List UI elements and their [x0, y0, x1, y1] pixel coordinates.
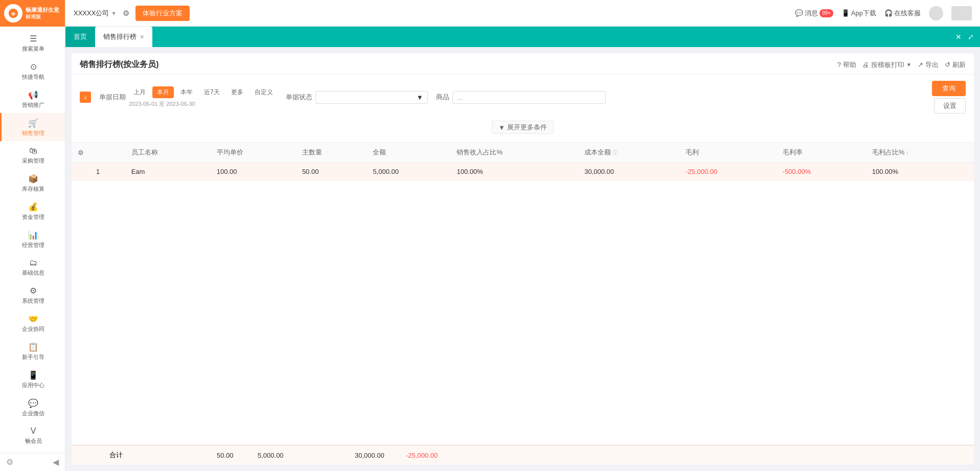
sidebar-icon-member: V: [31, 427, 36, 436]
logo-icon: [4, 4, 22, 23]
sidebar-settings-icon[interactable]: ⚙: [6, 457, 13, 467]
date-tab-more[interactable]: 更多: [226, 86, 248, 98]
filter-actions: 查询 设置: [932, 81, 966, 114]
app-logo: 畅康通好生意 标准版: [0, 0, 65, 27]
trial-button[interactable]: 体验行业方案: [135, 6, 190, 21]
expand-row: ▼ 展开更多条件: [80, 119, 966, 136]
sidebar-item-shortcut[interactable]: ⊙ 快捷导航: [0, 57, 65, 85]
sidebar-icon-purchase: 🛍: [29, 146, 37, 155]
th-qty: 主数量: [296, 143, 367, 163]
sidebar-item-basic[interactable]: 🗂 基础信息: [0, 253, 65, 281]
goods-label: 商品: [436, 93, 449, 102]
sidebar-item-operations[interactable]: 📊 经营管理: [0, 225, 65, 253]
message-icon: 💬: [795, 9, 803, 17]
sidebar-label-member: 畅会员: [25, 437, 42, 445]
sidebar-item-guide[interactable]: 📋 新手引导: [0, 337, 65, 365]
sidebar-footer: ⚙ ◀: [0, 453, 65, 471]
status-label: 单据状态: [286, 93, 312, 102]
row-cost: 30,000.00: [578, 163, 679, 181]
row-gross-rate: -500.00%: [777, 163, 866, 181]
cost-info-icon[interactable]: ⓘ: [612, 149, 618, 156]
sidebar-label-appstore: 应用中心: [22, 382, 44, 389]
date-tab-custom[interactable]: 自定义: [250, 86, 278, 98]
th-gross: 毛利: [679, 143, 776, 163]
sidebar-item-member[interactable]: V 畅会员: [0, 421, 65, 449]
sidebar-icon-operations: 📊: [28, 230, 38, 240]
sidebar-item-marketing[interactable]: 📢 营销推广: [0, 85, 65, 113]
sidebar-item-appstore[interactable]: 📱 应用中心: [0, 365, 65, 393]
page-title: 销售排行榜(按业务员): [80, 59, 159, 70]
settings-button[interactable]: 设置: [934, 98, 966, 114]
tab-close-all-icon[interactable]: ✕: [955, 33, 962, 41]
message-button[interactable]: 💬 消息 99+: [795, 9, 833, 18]
status-select[interactable]: ▼: [315, 91, 428, 104]
print-button[interactable]: 🖨 按模板打印 ▼: [862, 60, 911, 70]
row-amount: 5,000.00: [367, 163, 450, 181]
app-download-button[interactable]: 📱 App下载: [841, 9, 876, 18]
topbar-right: 💬 消息 99+ 📱 App下载 🎧 在线客服: [795, 6, 972, 20]
date-tabs: 上月 本月 本年 近7天 更多 自定义 2023-06-01 至 2023-06…: [129, 86, 278, 108]
topbar: XXXXX公司 ▼ ⚙ 体验行业方案 💬 消息 99+ 📱 App下载 🎧 在线…: [65, 0, 980, 27]
sidebar-icon-finance: 💰: [28, 202, 38, 212]
sidebar-icon-sales: 🛒: [28, 118, 38, 128]
search-button[interactable]: 查询: [932, 81, 966, 96]
sidebar-item-purchase[interactable]: 🛍 采购管理: [0, 141, 65, 169]
gross-pct-sort-icon[interactable]: ↕: [906, 149, 909, 155]
date-tab-this-month[interactable]: 本月: [152, 86, 174, 98]
sidebar-item-inventory[interactable]: 📦 库存核算: [0, 169, 65, 197]
goods-input[interactable]: ...: [452, 91, 606, 104]
column-settings-icon[interactable]: ⚙: [78, 149, 84, 156]
date-tab-this-year[interactable]: 本年: [176, 86, 197, 98]
row-sales-pct: 100.00%: [450, 163, 578, 181]
refresh-button[interactable]: ↺ 刷新: [945, 60, 966, 70]
page-header-actions: ? 帮助 🖨 按模板打印 ▼ ↗ 导出 ↺ 刷新: [837, 60, 966, 70]
sidebar-item-enterprise[interactable]: 🤝 企业协同: [0, 309, 65, 337]
date-tab-last-month[interactable]: 上月: [129, 86, 150, 98]
sidebar-label-inventory: 库存核算: [22, 185, 44, 193]
company-selector[interactable]: XXXXX公司 ▼: [74, 9, 117, 18]
date-tab-row: 上月 本月 本年 近7天 更多 自定义: [129, 86, 278, 98]
sidebar-item-search[interactable]: ☰ 搜索菜单: [0, 29, 65, 57]
tab-sales-ranking-label: 销售排行榜: [103, 32, 136, 41]
date-tab-7days[interactable]: 近7天: [199, 86, 224, 98]
sidebar-collapse-icon[interactable]: ◀: [53, 457, 59, 467]
sidebar-item-finance[interactable]: 💰 资金管理: [0, 197, 65, 225]
th-amount: 全额: [367, 143, 450, 163]
tab-close-icon[interactable]: ✕: [140, 34, 144, 40]
th-name: 员工名称: [125, 143, 211, 163]
print-chevron-icon: ▼: [906, 62, 911, 68]
print-icon: 🖨: [862, 61, 869, 69]
sidebar-item-system[interactable]: ⚙ 系统管理: [0, 281, 65, 309]
content-area: 销售排行榜(按业务员) ? 帮助 🖨 按模板打印 ▼ ↗ 导出: [65, 47, 980, 471]
table-row: 1 Eam 100.00 50.00 5,000.00 100.00% 30,0…: [72, 163, 974, 181]
tab-sales-ranking[interactable]: 销售排行榜 ✕: [95, 27, 152, 47]
sidebar-item-sales[interactable]: 🛒 销售管理: [0, 113, 65, 141]
export-icon: ↗: [918, 61, 923, 69]
footer-cost: 30,000.00: [355, 452, 406, 459]
sidebar-label-sales: 销售管理: [22, 129, 44, 137]
gross-pct-label: 毛利占比%: [872, 148, 905, 157]
sidebar-label-marketing: 营销推广: [22, 101, 44, 109]
sidebar-icon-marketing: 📢: [28, 90, 38, 100]
tab-home[interactable]: 首页: [65, 27, 95, 47]
sidebar-item-wechat[interactable]: 💬 企业微信: [0, 393, 65, 421]
sidebar-label-enterprise: 企业协同: [22, 325, 44, 333]
filter-expand-icon[interactable]: ›: [80, 92, 91, 103]
sidebar-nav: ☰ 搜索菜单 ⊙ 快捷导航 📢 营销推广 🛒 销售管理 🛍 采购管理 📦 库存核…: [0, 27, 65, 453]
expand-more-button[interactable]: ▼ 展开更多条件: [492, 121, 554, 134]
sidebar-label-basic: 基础信息: [22, 269, 44, 277]
th-index: [90, 143, 125, 163]
export-button[interactable]: ↗ 导出: [918, 60, 939, 70]
online-service-button[interactable]: 🎧 在线客服: [884, 9, 921, 18]
row-name: Eam: [125, 163, 211, 181]
th-gross-rate: 毛利率: [777, 143, 866, 163]
help-button[interactable]: ? 帮助: [837, 60, 856, 70]
app-name: 畅康通好生意: [26, 6, 59, 13]
company-settings-icon[interactable]: ⚙: [123, 9, 129, 18]
filter-area: › 单据日期 上月 本月 本年 近7天 更多 自定义: [72, 75, 974, 143]
user-name-area[interactable]: [951, 6, 972, 20]
table-body: 1 Eam 100.00 50.00 5,000.00 100.00% 30,0…: [72, 163, 974, 181]
tab-expand-icon[interactable]: ⤢: [968, 33, 974, 41]
user-avatar[interactable]: [929, 6, 943, 20]
sidebar-label-guide: 新手引导: [22, 353, 44, 361]
